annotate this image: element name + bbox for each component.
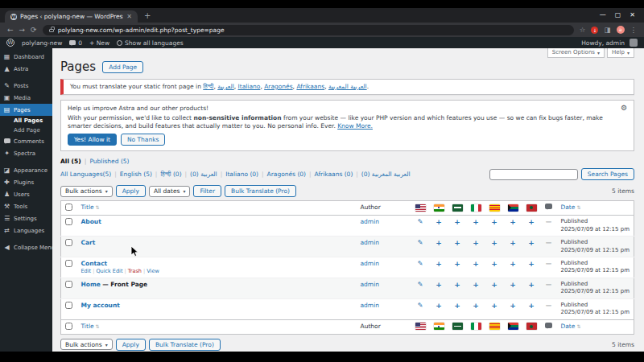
window-minimize-button[interactable]: — — [600, 11, 606, 19]
forward-icon[interactable]: → — [19, 26, 26, 34]
browser-tab[interactable]: W Pages ‹ polylang-new — WordPress ✕ — [5, 10, 138, 23]
sidebar-item-all-pages[interactable]: All Pages — [0, 116, 52, 125]
add-translation-icon[interactable]: + — [510, 281, 516, 289]
add-translation-icon[interactable]: + — [454, 302, 460, 310]
bookmark-star-icon[interactable]: ☆ — [580, 26, 586, 34]
tab-close-icon[interactable]: ✕ — [126, 13, 132, 20]
apply-button[interactable]: Apply — [116, 185, 146, 197]
row-checkbox[interactable] — [65, 302, 72, 309]
page-link-about[interactable]: About — [81, 218, 101, 225]
admin-avatar[interactable] — [630, 39, 638, 47]
screen-options-button[interactable]: Screen Options — [547, 48, 605, 58]
window-close-button[interactable]: ✕ — [630, 11, 635, 19]
add-translation-icon[interactable]: + — [436, 218, 442, 226]
notice-settings-gear-icon[interactable]: ⚙ — [621, 104, 627, 112]
add-translation-icon[interactable]: + — [528, 239, 535, 247]
add-translation-icon[interactable]: + — [528, 302, 535, 310]
add-translation-icon[interactable]: + — [528, 218, 535, 226]
filter-english[interactable]: English (5) — [120, 171, 161, 179]
edit-translation-icon[interactable]: ✎ — [418, 239, 423, 246]
add-translation-icon[interactable]: + — [473, 302, 479, 310]
bulk-actions-select-bottom[interactable]: Bulk actions — [60, 339, 113, 350]
add-translation-icon[interactable]: + — [436, 281, 442, 289]
back-icon[interactable]: ← — [7, 26, 14, 34]
row-checkbox[interactable] — [65, 239, 72, 246]
edit-translation-icon[interactable]: ✎ — [418, 260, 423, 267]
sidebar-item-users[interactable]: ♟Users — [0, 188, 52, 200]
filter-arabic[interactable]: العربية (0) — [190, 171, 225, 179]
sidebar-item-posts[interactable]: ✎Posts — [0, 80, 52, 92]
quick-edit-action[interactable]: Quick Edit — [96, 268, 122, 274]
author-link[interactable]: admin — [361, 302, 380, 309]
author-link[interactable]: admin — [361, 239, 380, 246]
page-link-home[interactable]: Home — [81, 281, 101, 288]
sort-date-header[interactable]: Date — [561, 204, 581, 211]
adminbar-new-button[interactable]: + New — [89, 39, 109, 47]
sidebar-item-appearance[interactable]: ◪Appearance — [0, 164, 52, 176]
sort-title-footer[interactable]: Title — [81, 323, 100, 330]
filter-published[interactable]: Published (5) — [89, 158, 135, 165]
row-checkbox[interactable] — [65, 260, 72, 267]
row-checkbox[interactable] — [65, 218, 72, 225]
reload-icon[interactable]: ⟳ — [31, 26, 37, 34]
add-translation-icon[interactable]: + — [528, 260, 535, 268]
window-maximize-button[interactable]: ▢ — [615, 11, 621, 19]
adminbar-howdy[interactable]: Howdy, admin — [581, 39, 625, 47]
row-checkbox[interactable] — [65, 281, 72, 288]
edit-translation-icon[interactable]: ✎ — [418, 281, 423, 288]
add-page-button[interactable]: Add Page — [102, 61, 143, 73]
filter-all-languages[interactable]: All Languages(5) — [60, 171, 120, 179]
sidebar-item-dashboard[interactable]: ▦Dashboard — [0, 51, 52, 63]
add-translation-icon[interactable]: + — [491, 260, 497, 268]
author-link[interactable]: admin — [361, 218, 380, 225]
sidebar-item-astra[interactable]: ▲Astra — [0, 63, 52, 75]
add-translation-icon[interactable]: + — [491, 218, 497, 226]
all-dates-select[interactable]: All dates — [149, 186, 191, 197]
sort-title-header[interactable]: Title — [81, 204, 100, 211]
extensions-icon[interactable]: ◨ — [604, 26, 610, 34]
no-thanks-button[interactable]: No Thanks — [121, 134, 166, 146]
new-tab-button[interactable]: + — [144, 11, 151, 20]
bulk-actions-select[interactable]: Bulk actions — [60, 186, 113, 197]
filter-all[interactable]: All (5) — [60, 158, 89, 165]
sidebar-item-add-page[interactable]: Add Page — [0, 125, 52, 135]
filter-afrikaans[interactable]: Afrikaans (0) — [315, 171, 361, 179]
filter-italian[interactable]: Italiano (0) — [225, 171, 266, 179]
add-translation-icon[interactable]: + — [510, 302, 516, 310]
edit-translation-icon[interactable]: ✎ — [418, 218, 423, 225]
sidebar-item-languages[interactable]: ⇄Languages — [0, 224, 52, 237]
add-translation-icon[interactable]: + — [510, 239, 516, 247]
filter-aragonese[interactable]: Aragonés (0) — [267, 171, 315, 179]
allow-button[interactable]: Yes! Allow it — [68, 134, 117, 146]
author-link[interactable]: admin — [361, 260, 380, 267]
page-link-my-account[interactable]: My account — [81, 302, 120, 309]
sidebar-item-comments[interactable]: Comments — [0, 135, 52, 147]
add-translation-icon[interactable]: + — [454, 281, 460, 289]
apply-button-bottom[interactable]: Apply — [116, 339, 146, 351]
select-all-checkbox[interactable] — [65, 204, 72, 211]
sidebar-item-spectra[interactable]: ✦Spectra — [0, 147, 52, 159]
add-translation-icon[interactable]: + — [473, 218, 479, 226]
add-translation-icon[interactable]: + — [510, 218, 516, 226]
help-button[interactable]: Help — [607, 48, 634, 58]
bulk-translate-button-bottom[interactable]: Bulk Translate (Pro) — [149, 339, 221, 351]
browser-menu-icon[interactable]: ⋮ — [630, 26, 638, 34]
add-translation-icon[interactable]: + — [473, 239, 479, 247]
profile-avatar[interactable]: a — [617, 26, 625, 34]
know-more-link[interactable]: Know More. — [337, 122, 373, 130]
filter-button[interactable]: Filter — [193, 185, 221, 197]
bulk-translate-button[interactable]: Bulk Translate (Pro) — [225, 185, 296, 197]
edit-translation-icon[interactable]: ✎ — [418, 302, 423, 309]
page-link-cart[interactable]: Cart — [81, 239, 96, 246]
add-translation-icon[interactable]: + — [510, 260, 516, 268]
sidebar-item-tools[interactable]: ⚒Tools — [0, 200, 52, 212]
add-translation-icon[interactable]: + — [436, 239, 442, 247]
search-pages-button[interactable]: Search Pages — [581, 168, 634, 180]
add-translation-icon[interactable]: + — [454, 260, 460, 268]
author-link[interactable]: admin — [361, 281, 380, 288]
sort-date-footer[interactable]: Date — [561, 323, 581, 330]
add-translation-icon[interactable]: + — [491, 281, 497, 289]
add-translation-icon[interactable]: + — [528, 281, 535, 289]
filter-hindi[interactable]: हिन्दी (0) — [160, 171, 190, 179]
filter-moroccan-arabic[interactable]: العربية المغربية (0) — [361, 171, 417, 179]
